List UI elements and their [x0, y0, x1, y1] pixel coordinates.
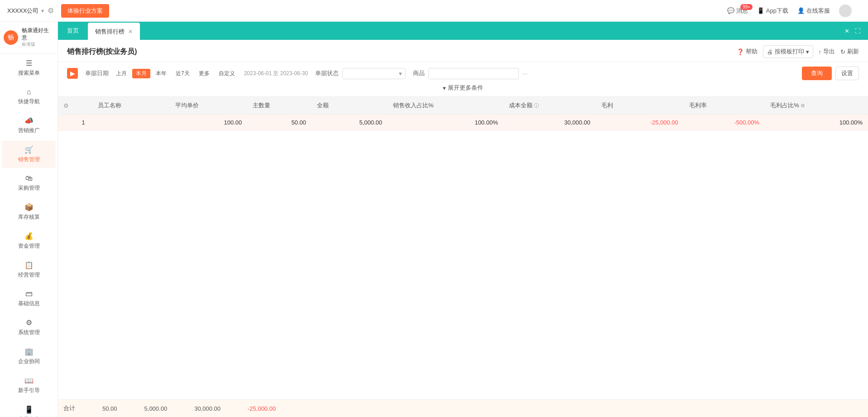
- sidebar-label-system: 系统管理: [18, 329, 40, 336]
- summary-label-item: 合计: [63, 404, 75, 412]
- print-icon: 🖨: [767, 48, 773, 55]
- sidebar-item-enterprise[interactable]: 🏢 企业协同: [2, 343, 56, 370]
- sidebar-item-marketing[interactable]: 📣 营销推广: [2, 112, 56, 139]
- logo-sub: 标准版: [22, 41, 54, 48]
- header-settings-icon[interactable]: ⚙: [48, 6, 54, 15]
- expand-more-button[interactable]: ▾ 展开更多条件: [443, 84, 483, 92]
- goods-filter-input[interactable]: [428, 68, 519, 79]
- refresh-icon: ↻: [840, 48, 845, 55]
- quick-nav-icon: ⌂: [27, 88, 31, 96]
- sidebar-label-quick-nav: 快捷导航: [18, 98, 40, 105]
- logo-line1: 畅康通好生意: [22, 27, 54, 41]
- date-opt-custom[interactable]: 自定义: [215, 69, 239, 78]
- refresh-label: 刷新: [847, 48, 859, 56]
- sidebar-item-search-order[interactable]: ☰ 搜索菜单: [2, 54, 56, 81]
- system-icon: ⚙: [26, 318, 32, 327]
- top-right-actions: 💬 消息 99+ 📱 App下载 👤 在线客服: [727, 5, 861, 17]
- message-button[interactable]: 💬 消息 99+: [727, 7, 748, 15]
- table-wrap: ⚙ 员工名称 平均单价 主数量 全额 销售收入占比% 成本全额 ⓘ 毛利 毛利率…: [58, 97, 868, 399]
- message-badge: 99+: [740, 4, 753, 10]
- sidebar-item-finance[interactable]: 💰 资金管理: [2, 227, 56, 254]
- app-download-icon: 📱: [757, 7, 764, 14]
- goods-filter-label: 商品: [413, 69, 425, 77]
- date-opt-this-year[interactable]: 本年: [152, 69, 170, 78]
- sidebar-item-purchase[interactable]: 🛍 采购管理: [2, 170, 56, 197]
- sidebar-label-operations: 经营管理: [18, 271, 40, 279]
- sidebar-item-sales[interactable]: 🛒 销售管理: [2, 141, 56, 168]
- tab-sales-ranking-label: 销售排行榜: [95, 28, 125, 36]
- tab-home-label: 首页: [67, 27, 79, 35]
- summary-main-qty: 50.00: [102, 405, 117, 412]
- company-name: XXXXX公司: [7, 7, 38, 15]
- sidebar-item-app-center[interactable]: 📱 应用中心: [2, 401, 56, 417]
- help-button[interactable]: ❓ 帮助: [737, 48, 758, 56]
- td-avg-price: 100.00: [170, 115, 247, 131]
- sidebar-item-inventory[interactable]: 📦 库存核算: [2, 198, 56, 225]
- table-header: ⚙ 员工名称 平均单价 主数量 全额 销售收入占比% 成本全额 ⓘ 毛利 毛利率…: [58, 97, 868, 115]
- sidebar-item-quick-nav[interactable]: ⌂ 快捷导航: [2, 83, 56, 110]
- filter-row-main: ▶ 单据日期 上月 本月 本年 近7天 更多 自定义 2023-06-01 至 …: [67, 67, 859, 80]
- tab-bar: 首页 销售排行榜 ✕ ✕ ⛶: [58, 22, 868, 40]
- date-filter-label: 单据日期: [85, 69, 109, 77]
- export-button[interactable]: ↑ 导出: [819, 48, 835, 56]
- settings-small-button[interactable]: 设置: [835, 67, 859, 80]
- sales-ranking-table: ⚙ 员工名称 平均单价 主数量 全额 销售收入占比% 成本全额 ⓘ 毛利 毛利率…: [58, 97, 868, 131]
- sidebar-item-system[interactable]: ⚙ 系统管理: [2, 314, 56, 341]
- goods-more-icon[interactable]: ···: [523, 70, 528, 77]
- company-chevron-icon: ▾: [41, 8, 44, 14]
- sales-icon: 🛒: [24, 145, 34, 154]
- logo-icon: 畅: [4, 30, 18, 45]
- operations-icon: 📋: [24, 261, 34, 269]
- inventory-icon: 📦: [24, 203, 34, 211]
- trial-button[interactable]: 体验行业方案: [61, 4, 109, 18]
- th-profit: 毛利: [596, 97, 684, 115]
- date-opt-more[interactable]: 更多: [195, 69, 213, 78]
- export-label: 导出: [823, 48, 835, 56]
- sidebar-item-operations[interactable]: 📋 经营管理: [2, 256, 56, 283]
- th-rank: [74, 97, 92, 115]
- td-main-qty: 50.00: [247, 115, 312, 131]
- query-button[interactable]: 查询: [802, 67, 832, 80]
- logo-text-wrap: 畅康通好生意 标准版: [22, 27, 54, 48]
- sidebar: 畅 畅康通好生意 标准版 ☰ 搜索菜单 ⌂ 快捷导航 📣 营销推广 🛒 销售管理…: [0, 22, 58, 417]
- date-opt-last-month[interactable]: 上月: [112, 69, 130, 78]
- base-info-icon: 🗃: [25, 290, 33, 298]
- status-select-wrap: [342, 68, 406, 79]
- print-template-button[interactable]: 🖨 按模板打印 ▾: [763, 45, 813, 58]
- purchase-icon: 🛍: [25, 174, 33, 182]
- message-icon: 💬: [727, 7, 734, 14]
- online-service-button[interactable]: 👤 在线客服: [797, 7, 830, 15]
- app-download-button[interactable]: 📱 App下载: [757, 7, 788, 15]
- status-select[interactable]: [342, 68, 406, 79]
- th-profit-pct: 毛利占比% ⚙: [765, 97, 868, 115]
- tab-bar-actions: ✕ ⛶: [837, 28, 868, 34]
- table-header-row: ⚙ 员工名称 平均单价 主数量 全额 销售收入占比% 成本全额 ⓘ 毛利 毛利率…: [58, 97, 868, 115]
- td-profit-pct: 100.00%: [765, 115, 868, 131]
- help-icon: ❓: [737, 48, 744, 55]
- main-layout: 畅 畅康通好生意 标准版 ☰ 搜索菜单 ⌂ 快捷导航 📣 营销推广 🛒 销售管理…: [0, 22, 868, 417]
- tab-sales-ranking[interactable]: 销售排行榜 ✕: [88, 23, 140, 41]
- th-settings[interactable]: ⚙: [58, 97, 74, 115]
- summary-main-qty-item: 50.00: [102, 405, 117, 412]
- tab-fullscreen-icon[interactable]: ⛶: [855, 28, 861, 34]
- sidebar-item-base-info[interactable]: 🗃 基础信息: [2, 285, 56, 312]
- sidebar-label-inventory: 库存核算: [18, 213, 40, 221]
- refresh-button[interactable]: ↻ 刷新: [840, 48, 859, 56]
- td-profit: -25,000.00: [596, 115, 684, 131]
- expand-more-label: 展开更多条件: [448, 84, 483, 92]
- sidebar-item-guide[interactable]: 📖 新手引导: [2, 372, 56, 399]
- tab-close-icon[interactable]: ✕: [128, 29, 133, 35]
- tab-close-all-icon[interactable]: ✕: [844, 28, 849, 34]
- user-avatar: [839, 5, 852, 17]
- filter-toggle-button[interactable]: ▶: [67, 68, 78, 79]
- summary-amount-item: 5,000.00: [144, 405, 168, 412]
- date-opt-7days[interactable]: 近7天: [172, 69, 193, 78]
- company-selector[interactable]: XXXXX公司 ▾: [7, 7, 44, 15]
- date-filter-group: 单据日期 上月 本月 本年 近7天 更多 自定义 2023-06-01 至 20…: [85, 69, 308, 78]
- online-service-icon: 👤: [797, 7, 805, 14]
- tab-home[interactable]: 首页: [58, 22, 88, 40]
- print-chevron-icon: ▾: [806, 48, 809, 55]
- date-opt-this-month[interactable]: 本月: [132, 69, 150, 78]
- sidebar-label-enterprise: 企业协同: [18, 358, 40, 365]
- td-amount: 5,000.00: [312, 115, 388, 131]
